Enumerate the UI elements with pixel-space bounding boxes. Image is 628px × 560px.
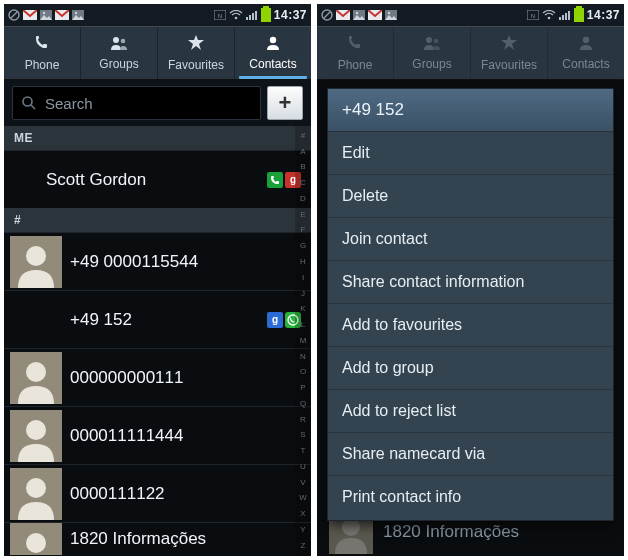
tab-bar: Phone Groups Favourites Contacts [4, 26, 311, 80]
tab-contacts[interactable]: Contacts [235, 27, 311, 79]
context-menu: +49 152 EditDeleteJoin contactShare cont… [327, 88, 614, 521]
battery-icon [261, 8, 271, 22]
svg-point-7 [75, 12, 77, 14]
nfc-icon: N [527, 10, 539, 20]
index-letter[interactable]: V [295, 479, 311, 487]
svg-point-17 [270, 37, 276, 43]
gmail-icon [23, 10, 37, 20]
svg-point-24 [26, 478, 46, 498]
gplus-badge-icon: g [267, 312, 283, 328]
svg-rect-38 [562, 15, 564, 20]
index-letter[interactable]: W [295, 494, 311, 502]
index-letter[interactable]: B [295, 163, 311, 171]
index-letter[interactable]: Q [295, 400, 311, 408]
svg-point-22 [26, 362, 46, 382]
index-letter[interactable]: A [295, 148, 311, 156]
phone-badge-icon [267, 172, 283, 188]
context-menu-item[interactable]: Share namecard via [328, 433, 613, 476]
svg-point-4 [43, 12, 45, 14]
tab-contacts[interactable]: Contacts [548, 27, 624, 79]
contact-row[interactable]: 1820 Informações [4, 522, 311, 554]
tab-groups[interactable]: Groups [394, 27, 471, 79]
index-letter[interactable]: P [295, 384, 311, 392]
tab-phone[interactable]: Phone [317, 27, 394, 79]
index-letter[interactable]: D [295, 195, 311, 203]
context-menu-item[interactable]: Edit [328, 132, 613, 175]
photo-icon [40, 10, 52, 20]
wifi-icon [542, 10, 556, 20]
svg-rect-37 [559, 17, 561, 20]
index-letter[interactable]: O [295, 368, 311, 376]
context-menu-title: +49 152 [328, 89, 613, 132]
index-letter[interactable]: M [295, 337, 311, 345]
index-letter[interactable]: H [295, 258, 311, 266]
status-bar: N 14:37 [4, 4, 311, 26]
svg-point-25 [26, 533, 46, 553]
tab-favourites[interactable]: Favourites [471, 27, 548, 79]
context-menu-item[interactable]: Add to reject list [328, 390, 613, 433]
search-input[interactable]: Search [12, 86, 261, 120]
tab-favourites[interactable]: Favourites [158, 27, 235, 79]
tab-favourites-label: Favourites [481, 58, 537, 72]
battery-icon [574, 8, 584, 22]
context-menu-item[interactable]: Add to favourites [328, 304, 613, 347]
index-letter[interactable]: N [295, 353, 311, 361]
section-header: ME [4, 126, 311, 150]
index-letter[interactable]: S [295, 431, 311, 439]
tab-phone-label: Phone [338, 58, 373, 72]
groups-icon [422, 35, 442, 54]
contact-row[interactable]: 0000111122 [4, 464, 311, 522]
context-menu-item[interactable]: Add to group [328, 347, 613, 390]
tab-bar: Phone Groups Favourites Contacts [317, 26, 624, 80]
index-letter[interactable]: T [295, 447, 311, 455]
gmail-icon-2 [55, 10, 69, 20]
svg-rect-14 [255, 11, 257, 20]
context-menu-item[interactable]: Delete [328, 175, 613, 218]
phone-icon [346, 34, 364, 55]
index-letter[interactable]: G [295, 242, 311, 250]
contacts-list[interactable]: ME Scott Gordon g # +49 0000115544 +49 1… [4, 126, 311, 556]
tab-phone[interactable]: Phone [4, 27, 81, 79]
gmail-icon [336, 10, 350, 20]
phone-screenshot-left: N 14:37 Phone Groups Favourites [4, 4, 311, 556]
contact-row[interactable]: Scott Gordon g [4, 150, 311, 208]
photo-icon-2 [72, 10, 84, 20]
index-letter[interactable]: R [295, 416, 311, 424]
svg-point-33 [388, 12, 390, 14]
context-menu-item[interactable]: Print contact info [328, 476, 613, 518]
index-letter[interactable]: Z [295, 542, 311, 550]
contact-row[interactable]: +49 0000115544 [4, 232, 311, 290]
svg-point-20 [26, 246, 46, 266]
avatar [10, 468, 62, 520]
tab-phone-label: Phone [25, 58, 60, 72]
tab-contacts-label: Contacts [562, 57, 609, 71]
tab-groups[interactable]: Groups [81, 27, 158, 79]
phone-screenshot-right: N 14:37 Phone Groups Favourites [317, 4, 624, 556]
svg-rect-40 [568, 11, 570, 20]
svg-text:N: N [531, 13, 535, 19]
section-header: # [4, 208, 311, 232]
index-letter[interactable]: K [295, 305, 311, 313]
wifi-icon [229, 10, 243, 20]
index-letter[interactable]: # [295, 132, 311, 140]
index-letter[interactable]: I [295, 274, 311, 282]
index-letter[interactable]: J [295, 290, 311, 298]
photo-icon [353, 10, 365, 20]
contact-name: 1820 Informações [70, 529, 301, 549]
index-letter[interactable]: E [295, 211, 311, 219]
alpha-index[interactable]: #ABCDEFGHIJKLMNOPQRSTUVWXYZ [295, 126, 311, 556]
index-letter[interactable]: Y [295, 526, 311, 534]
context-menu-item[interactable]: Join contact [328, 218, 613, 261]
index-letter[interactable]: L [295, 321, 311, 329]
contact-row[interactable]: 000011111444 [4, 406, 311, 464]
tab-favourites-label: Favourites [168, 58, 224, 72]
index-letter[interactable]: C [295, 179, 311, 187]
contact-row[interactable]: 000000000111 [4, 348, 311, 406]
svg-point-16 [121, 39, 126, 44]
index-letter[interactable]: X [295, 510, 311, 518]
context-menu-item[interactable]: Share contact information [328, 261, 613, 304]
index-letter[interactable]: F [295, 226, 311, 234]
index-letter[interactable]: U [295, 463, 311, 471]
add-contact-button[interactable]: + [267, 86, 303, 120]
contact-row[interactable]: +49 152 g [4, 290, 311, 348]
